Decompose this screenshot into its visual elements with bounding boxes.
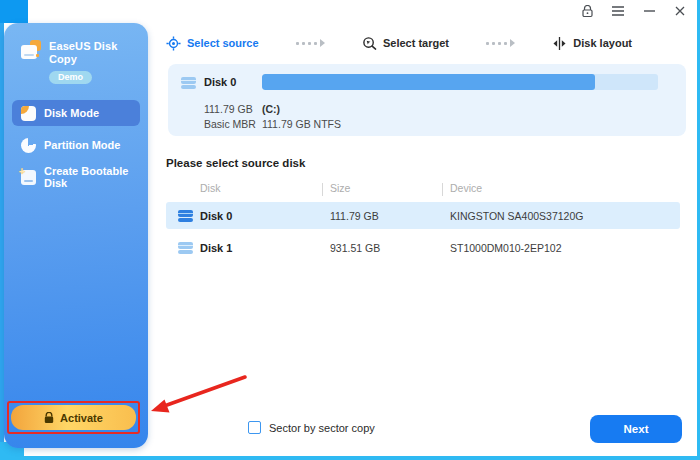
cell-size: 111.79 GB [330, 210, 450, 222]
sidebar-item-create-bootable-disk[interactable]: + Create Bootable Disk [12, 164, 140, 190]
sidebar-item-partition-mode[interactable]: Partition Mode [12, 132, 140, 158]
sidebar-item-label: Partition Mode [44, 139, 120, 151]
step-label: Disk layout [573, 37, 632, 49]
step-select-target[interactable]: Select target [362, 36, 449, 51]
menu-icon[interactable] [610, 3, 626, 19]
disk-icon [178, 210, 193, 222]
lock-icon[interactable] [579, 3, 595, 19]
sector-copy-option: Sector by sector copy [248, 421, 375, 434]
steps-bar: Select source Select target Disk layout [166, 33, 632, 53]
disk-table: Disk 0 111.79 GB KINGSTON SA400S37120G D… [166, 202, 680, 266]
step-label: Select target [383, 37, 449, 49]
column-header-disk: Disk [200, 182, 220, 194]
app-logo-icon [21, 40, 41, 60]
column-header-device: Device [450, 182, 482, 194]
activate-label: Activate [60, 412, 103, 424]
table-header: Disk Size Device [166, 182, 680, 198]
close-icon[interactable] [672, 3, 688, 19]
disk-layout-icon [552, 37, 567, 50]
sidebar-menu: Disk Mode Partition Mode + Create Bootab… [4, 100, 148, 190]
step-select-source[interactable]: Select source [166, 36, 259, 51]
disk-usage-bar [262, 74, 658, 90]
sidebar-item-label: Disk Mode [44, 107, 99, 119]
partition-mode-icon [21, 138, 36, 153]
app-title: EaseUS Disk Copy [49, 40, 148, 66]
table-title: Please select source disk [166, 157, 305, 169]
step-label: Select source [187, 37, 259, 49]
panel-disk-size: 111.79 GB [204, 103, 253, 115]
cell-device: KINGSTON SA400S37120G [450, 210, 680, 222]
panel-disk-name: Disk 0 [204, 76, 236, 88]
activate-annotation-box: Activate [7, 401, 140, 434]
create-bootable-disk-icon: + [21, 170, 36, 185]
app-logo-row: EaseUS Disk Copy Demo [4, 23, 148, 84]
disk-icon [178, 242, 193, 254]
cell-device: ST1000DM010-2EP102 [450, 242, 680, 254]
step-connector [486, 39, 515, 47]
sector-by-sector-label: Sector by sector copy [269, 422, 375, 434]
cell-disk: Disk 1 [200, 242, 330, 254]
panel-volume-info: 111.79 GB NTFS [262, 118, 341, 130]
sidebar-item-label: Create Bootable Disk [44, 165, 140, 189]
source-disk-panel: Disk 0 111.79 GB (C:) Basic MBR 111.79 G… [168, 64, 686, 136]
sector-by-sector-checkbox[interactable] [248, 421, 261, 434]
cell-disk: Disk 0 [200, 210, 330, 222]
disk-usage-fill [262, 74, 595, 90]
table-row-disk-0[interactable]: Disk 0 111.79 GB KINGSTON SA400S37120G [166, 202, 680, 229]
sidebar-item-disk-mode[interactable]: Disk Mode [12, 100, 140, 126]
target-search-icon [362, 36, 377, 51]
column-divider [442, 183, 443, 196]
activate-button[interactable]: Activate [11, 405, 136, 430]
sidebar: EaseUS Disk Copy Demo Disk Mode Partitio… [4, 23, 148, 448]
titlebar-controls [579, 3, 688, 19]
column-header-size: Size [330, 182, 350, 194]
disk-icon [181, 77, 196, 89]
step-connector [296, 39, 325, 47]
column-divider [322, 183, 323, 196]
lock-icon [44, 412, 54, 424]
demo-badge: Demo [49, 71, 92, 84]
cell-size: 931.51 GB [330, 242, 450, 254]
panel-volume-label: (C:) [262, 103, 280, 115]
table-row-disk-1[interactable]: Disk 1 931.51 GB ST1000DM010-2EP102 [166, 234, 680, 261]
minimize-icon[interactable] [641, 3, 657, 19]
window-edge-bottom [0, 456, 700, 460]
app-window: EaseUS Disk Copy Demo Disk Mode Partitio… [0, 0, 700, 460]
target-icon [166, 36, 181, 51]
disk-mode-icon [21, 106, 36, 121]
step-disk-layout[interactable]: Disk layout [552, 37, 632, 50]
panel-partition-style: Basic MBR [204, 118, 256, 130]
window-corner-accent [0, 0, 28, 23]
next-button[interactable]: Next [590, 415, 682, 443]
